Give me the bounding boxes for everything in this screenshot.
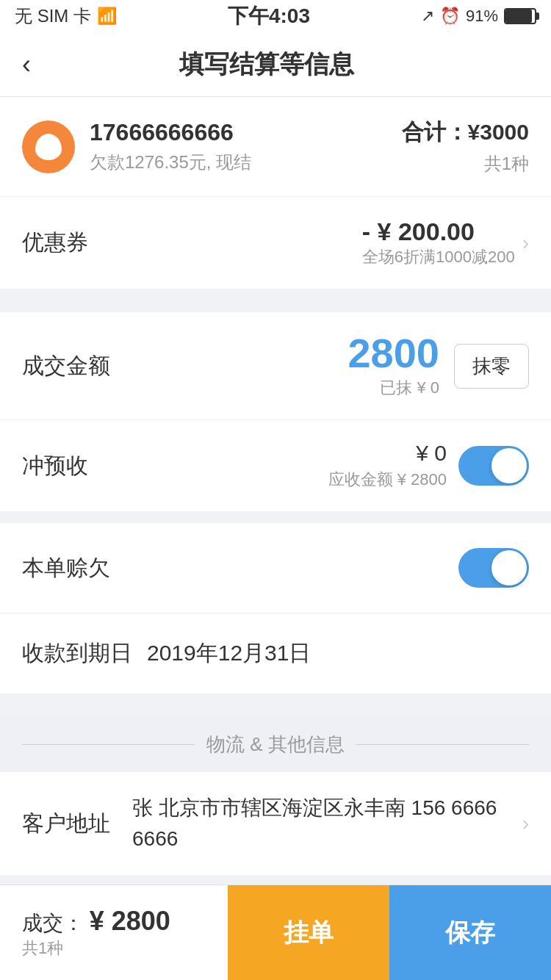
amount-right: 2800 已抹 ¥ 0 抹零	[347, 333, 529, 399]
customer-row: 17666666666 欠款1276.35元, 现结 合计：¥3000 共1种	[0, 97, 551, 197]
customer-info: 17666666666 欠款1276.35元, 现结	[90, 119, 402, 174]
footer-count: 共1种	[22, 937, 206, 959]
customer-total: 合计：¥3000 共1种	[402, 118, 529, 176]
address-value: 张 北京市市辖区海淀区永丰南 156 6666 6666	[132, 793, 522, 854]
no-sim-label: 无 SIM 卡	[15, 4, 91, 28]
coupon-right: - ¥ 200.00 全场6折满1000减200 ›	[362, 217, 529, 268]
hang-button[interactable]: 挂单	[228, 885, 389, 980]
debt-section: 本单赊欠 收款到期日 2019年12月31日	[0, 523, 551, 693]
customer-card: 17666666666 欠款1276.35元, 现结 合计：¥3000 共1种 …	[0, 97, 551, 289]
chevron-right-icon: ›	[522, 231, 529, 255]
customer-phone: 17666666666	[90, 119, 402, 146]
location-icon: ↗	[421, 7, 434, 26]
prepay-value: ¥ 0	[328, 441, 447, 466]
address-chevron-icon: ›	[522, 812, 529, 835]
debt-toggle[interactable]	[458, 548, 529, 588]
footer-amount: ¥ 2800	[90, 906, 170, 936]
total-amount: 合计：¥3000	[402, 118, 529, 148]
debt-row: 本单赊欠	[0, 523, 551, 613]
prepay-label: 冲预收	[22, 451, 88, 481]
footer-deal: 成交： ¥ 2800	[22, 906, 206, 937]
amount-sub: 已抹 ¥ 0	[347, 377, 439, 399]
due-date-label: 收款到期日	[22, 638, 132, 669]
prepay-toggle[interactable]	[458, 446, 529, 486]
amount-section: 成交金额 2800 已抹 ¥ 0 抹零 冲预收 ¥ 0 应收金额 ¥ 2800	[0, 312, 551, 511]
footer-deal-label: 成交：	[22, 912, 84, 934]
logistics-divider: 物流 & 其他信息	[22, 732, 529, 757]
toggle-knob	[491, 448, 527, 483]
due-date-row: 收款到期日 2019年12月31日	[0, 613, 551, 693]
page-title: 填写结算等信息	[46, 48, 488, 82]
coupon-discount: - ¥ 200.00	[362, 217, 515, 246]
status-left: 无 SIM 卡 📶	[15, 4, 117, 28]
alarm-icon: ⏰	[440, 7, 460, 26]
amount-value-group: 2800 已抹 ¥ 0	[347, 333, 439, 399]
amount-row: 成交金额 2800 已抹 ¥ 0 抹零	[0, 312, 551, 419]
amount-label: 成交金额	[22, 351, 110, 381]
address-row[interactable]: 客户地址 张 北京市市辖区海淀区永丰南 156 6666 6666 ›	[0, 772, 551, 875]
amount-value: 2800	[347, 333, 439, 374]
round-zero-button[interactable]: 抹零	[454, 344, 529, 389]
battery-indicator	[504, 8, 536, 24]
avatar-icon	[35, 134, 62, 160]
wifi-icon: 📶	[97, 7, 117, 26]
debt-label: 本单赊欠	[22, 553, 110, 583]
footer: 成交： ¥ 2800 共1种 挂单 保存	[0, 884, 551, 980]
back-button[interactable]: ‹	[22, 49, 31, 80]
coupon-desc: 全场6折满1000减200	[362, 246, 515, 268]
battery-percent: 91%	[466, 7, 498, 26]
customer-debt: 欠款1276.35元, 现结	[90, 151, 402, 174]
coupon-row[interactable]: 优惠券 - ¥ 200.00 全场6折满1000减200 ›	[0, 197, 551, 289]
save-button[interactable]: 保存	[389, 885, 551, 980]
debt-toggle-knob	[491, 550, 527, 586]
prepay-value-group: ¥ 0 应收金额 ¥ 2800	[328, 441, 447, 491]
due-date-value: 2019年12月31日	[147, 638, 311, 669]
logistics-label: 物流 & 其他信息	[206, 732, 345, 757]
status-right: ↗ ⏰ 91%	[421, 7, 536, 26]
section-divider-3	[0, 705, 551, 717]
total-count: 共1种	[402, 152, 529, 176]
section-divider-1	[0, 300, 551, 312]
prepay-row: 冲预收 ¥ 0 应收金额 ¥ 2800	[0, 419, 551, 511]
avatar	[22, 120, 75, 173]
footer-info: 成交： ¥ 2800 共1种	[0, 885, 228, 980]
prepay-sub: 应收金额 ¥ 2800	[328, 469, 447, 491]
coupon-label: 优惠券	[22, 228, 88, 258]
status-time: 下午4:03	[228, 2, 310, 30]
logistics-section-header: 物流 & 其他信息	[0, 717, 551, 772]
prepay-right: ¥ 0 应收金额 ¥ 2800	[328, 441, 529, 491]
nav-bar: ‹ 填写结算等信息	[0, 32, 551, 97]
status-bar: 无 SIM 卡 📶 下午4:03 ↗ ⏰ 91%	[0, 0, 551, 32]
section-divider-2	[0, 511, 551, 523]
address-label: 客户地址	[22, 809, 110, 839]
